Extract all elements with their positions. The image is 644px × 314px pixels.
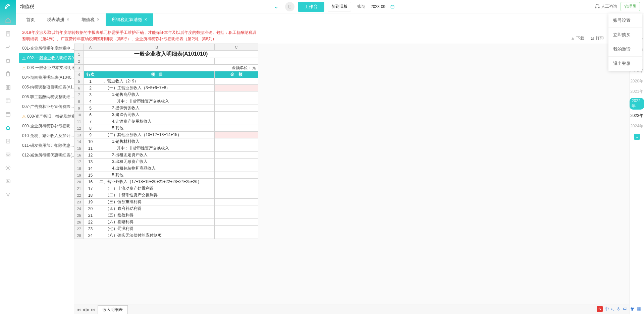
amount-cell[interactable] [215, 199, 258, 205]
form-list-item[interactable]: 004-期间费用明细表(A1040... [19, 73, 74, 82]
form-list-item[interactable]: 006-职工薪酬纳税调整明细... [19, 92, 74, 102]
ime-punct-icon[interactable]: •, [611, 307, 614, 312]
admin-menu-item[interactable]: 立即购买 [608, 27, 642, 42]
ime-mic-icon[interactable] [616, 307, 621, 311]
note-button[interactable] [285, 2, 294, 11]
nav-calendar-icon[interactable] [4, 111, 12, 118]
nav-export-icon[interactable] [4, 137, 12, 145]
cell[interactable] [215, 58, 258, 65]
form-list-item[interactable]: ⚠008-资产折旧、摊销及纳税... [19, 112, 74, 121]
row-index: 5 [84, 105, 97, 112]
form-list-label: 002-一般企业收入明细表(A1... [27, 55, 74, 61]
year-expand-icon[interactable]: ⌄ [634, 134, 640, 140]
tab[interactable]: 税表清册✕ [41, 13, 75, 26]
close-icon[interactable]: ✕ [97, 17, 100, 22]
nav-v-icon[interactable] [4, 191, 12, 198]
admin-menu-item[interactable]: 退出登录 [608, 56, 642, 71]
workspace-button[interactable]: 工作台 [298, 2, 324, 12]
form-list-item[interactable]: 001-企业所得税年度纳税申... [19, 44, 74, 53]
nav-clipboard-icon[interactable] [4, 70, 12, 78]
row-header: 14 [74, 138, 84, 145]
form-list-item[interactable]: 011-研发费用加计扣除优惠... [19, 141, 74, 150]
amount-cell[interactable] [215, 185, 258, 192]
year-item[interactable]: 2024年 [630, 122, 644, 130]
nav-video-icon[interactable] [4, 178, 12, 185]
form-list-item[interactable]: ⚠003-一般企业成本支出明细... [19, 63, 74, 73]
amount-cell[interactable] [215, 219, 258, 226]
nav-tax-icon[interactable] [4, 124, 12, 131]
row-index: 24 [84, 232, 97, 239]
form-list-item[interactable]: 010-免税、减计收入及加计... [19, 131, 74, 141]
print-button[interactable]: 打印 [590, 36, 604, 41]
amount-cell[interactable] [215, 98, 258, 105]
nav-chart-icon[interactable] [4, 44, 12, 51]
amount-cell[interactable] [215, 138, 258, 145]
nav-doc-icon[interactable] [4, 30, 12, 38]
form-list-item[interactable]: 007-广告费和业务宣传费跨... [19, 102, 74, 112]
amount-cell[interactable] [215, 132, 258, 138]
row-label: 4.出租包装物和商品收入 [97, 165, 215, 172]
admin-button[interactable]: 管理员 [621, 2, 640, 11]
nav-bag-icon[interactable] [4, 57, 12, 64]
amount-cell[interactable] [215, 91, 258, 98]
form-list-item[interactable]: 012-减免所得税优惠明细表(... [19, 150, 74, 160]
sheet-tab[interactable]: 收入明细表 [98, 305, 128, 314]
amount-cell[interactable] [215, 118, 258, 125]
tab[interactable]: 增值税✕ [75, 13, 106, 26]
calendar-icon[interactable] [390, 4, 395, 9]
amount-cell[interactable] [215, 125, 258, 132]
form-list-item[interactable]: 005-纳税调整项目明细表(A1... [19, 82, 74, 92]
close-icon[interactable]: ✕ [66, 17, 69, 22]
nav-inbox-icon[interactable] [4, 151, 12, 158]
amount-cell[interactable] [215, 105, 258, 112]
amount-cell[interactable] [215, 212, 258, 219]
nav-template-icon[interactable] [4, 97, 12, 105]
consult-link[interactable]: 人工咨询 [595, 4, 617, 9]
amount-cell[interactable] [215, 85, 258, 91]
period-value[interactable]: 2023-09 [371, 4, 385, 9]
breadcrumb[interactable]: 增值税 [20, 4, 74, 10]
amount-cell[interactable] [215, 152, 258, 159]
sheet-nav-prev-icon[interactable]: ◀ [82, 307, 85, 312]
amount-cell[interactable] [215, 232, 258, 239]
switch-old-button[interactable]: 切到旧版 [328, 2, 351, 11]
ime-lang[interactable]: 中 [605, 306, 609, 312]
year-item[interactable]: 2023年 [630, 112, 644, 120]
sheet-nav-last-icon[interactable]: ⏭ [91, 307, 95, 312]
cell[interactable] [97, 58, 215, 65]
year-item[interactable]: 2020年 [630, 77, 644, 85]
ime-tools-icon[interactable] [637, 307, 641, 311]
sheet-nav-next-icon[interactable]: ▶ [87, 307, 90, 312]
tab[interactable]: 所得税汇算清缴✕ [106, 13, 153, 26]
download-button[interactable]: 下载 [571, 36, 584, 41]
year-item[interactable]: 2022年 [630, 98, 644, 110]
tab[interactable]: 首页 [20, 13, 41, 26]
close-icon[interactable]: ✕ [144, 17, 147, 22]
amount-cell[interactable] [215, 205, 258, 212]
amount-cell[interactable] [215, 145, 258, 152]
amount-cell[interactable] [215, 159, 258, 165]
ime-keyboard-icon[interactable] [623, 307, 628, 311]
amount-cell[interactable] [215, 78, 258, 85]
admin-menu-item[interactable]: 账号设置 [608, 13, 642, 27]
amount-cell[interactable] [215, 172, 258, 179]
nav-settings-icon[interactable] [4, 164, 12, 172]
year-item[interactable]: 2021年 [630, 87, 644, 96]
form-list-item[interactable]: 009-企业所得税弥补亏损明... [19, 121, 74, 131]
amount-cell[interactable] [215, 165, 258, 172]
amount-cell[interactable] [215, 192, 258, 199]
form-list-item[interactable]: ⚠002-一般企业收入明细表(A1... [19, 53, 74, 63]
admin-menu-item[interactable]: 我的邀请 [608, 42, 642, 56]
row-header: 4 [74, 71, 84, 78]
amount-cell[interactable] [215, 112, 258, 118]
amount-cell[interactable] [215, 226, 258, 232]
ime-logo-icon[interactable]: S [597, 306, 603, 312]
amount-cell[interactable] [215, 179, 258, 185]
nav-home-icon[interactable] [4, 17, 12, 24]
nav-grid-icon[interactable] [4, 84, 12, 91]
sheet-nav-first-icon[interactable]: ⏮ [77, 307, 81, 312]
cell[interactable] [84, 58, 97, 65]
row-label: （二）其他业务收入（10+12+13+14+15） [97, 132, 215, 138]
ime-skin-icon[interactable] [630, 307, 635, 311]
chevron-down-icon[interactable]: ⌄ [274, 3, 278, 10]
